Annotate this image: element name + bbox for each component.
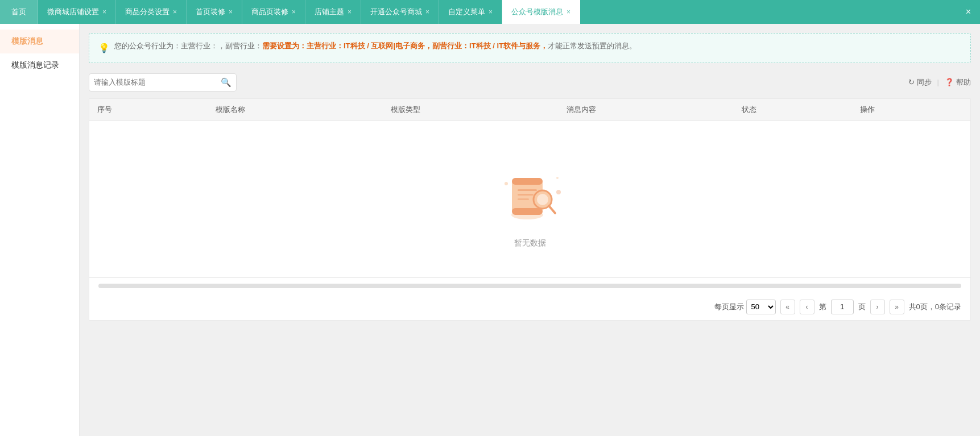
nav-tab-weshop[interactable]: 微商城店铺设置×	[38, 0, 116, 24]
nav-tab-label-template: 公众号模版消息	[511, 7, 563, 17]
nav-tab-close-theme[interactable]: ×	[348, 8, 352, 16]
nav-tab-close-template[interactable]: ×	[567, 8, 570, 16]
page-size-label: 每页显示	[714, 302, 744, 312]
search-input-wrap[interactable]: 🔍	[89, 73, 237, 92]
page-label: 第	[819, 302, 826, 312]
nav-tab-label-theme: 店铺主题	[315, 7, 344, 17]
nav-tab-menu[interactable]: 自定义菜单×	[439, 0, 502, 24]
nav-tab-homepage[interactable]: 首页装修×	[187, 0, 242, 24]
svg-rect-2	[512, 178, 543, 185]
nav-tab-label-menu: 自定义菜单	[448, 7, 485, 17]
notice-prefix: 您的公众号行业为：主营行业：，副营行业：	[114, 41, 262, 50]
nav-tab-theme[interactable]: 店铺主题×	[305, 0, 361, 24]
sync-icon: ↻	[908, 78, 915, 86]
sidebar-item-template-log[interactable]: 模版消息记录	[0, 53, 79, 77]
sync-button[interactable]: ↻ 同步	[908, 77, 932, 88]
main-layout: 模版消息模版消息记录 💡 您的公众号行业为：主营行业：，副营行业：需要设置为：主…	[0, 24, 980, 436]
svg-rect-4	[518, 189, 537, 191]
nav-tab-label-product: 商品页装修	[251, 7, 288, 17]
svg-point-10	[505, 182, 508, 185]
right-actions: ↻ 同步 | ❓ 帮助	[908, 77, 971, 88]
sidebar: 模版消息模版消息记录	[0, 24, 80, 436]
notice-text: 您的公众号行业为：主营行业：，副营行业：需要设置为：主营行业：IT科技 / 互联…	[114, 40, 636, 52]
template-table: 序号模版名称模版类型消息内容状态操作	[89, 99, 970, 277]
svg-line-9	[549, 206, 555, 213]
page-size-select: 每页显示 102050100	[714, 300, 776, 314]
empty-text: 暂无数据	[514, 238, 546, 248]
svg-rect-6	[518, 198, 529, 200]
nav-tab-label-category: 商品分类设置	[125, 7, 169, 17]
col-name: 模版名称	[208, 99, 383, 121]
table-header: 序号模版名称模版类型消息内容状态操作	[89, 99, 970, 121]
nav-tab-label-home: 首页	[11, 7, 26, 17]
help-icon: ❓	[945, 78, 954, 86]
main-content: 💡 您的公众号行业为：主营行业：，副营行业：需要设置为：主营行业：IT科技 / …	[80, 24, 980, 436]
search-button[interactable]: 🔍	[221, 77, 231, 88]
current-page-input[interactable]	[831, 300, 854, 314]
next-page-button[interactable]: ›	[870, 300, 885, 314]
col-content: 消息内容	[559, 99, 734, 121]
svg-rect-5	[518, 194, 534, 196]
top-nav: 首页微商城店铺设置×商品分类设置×首页装修×商品页装修×店铺主题×开通公众号商城…	[0, 0, 980, 24]
nav-tab-label-mall: 开通公众号商城	[370, 7, 422, 17]
nav-tab-mall[interactable]: 开通公众号商城×	[361, 0, 439, 24]
empty-icon	[496, 161, 564, 229]
svg-point-8	[537, 194, 548, 205]
nav-tab-product[interactable]: 商品页装修×	[242, 0, 305, 24]
empty-state: 暂无数据	[97, 127, 962, 271]
notice-suffix: 才能正常发送预置的消息。	[548, 41, 636, 50]
notice-highlight: 需要设置为：主营行业：IT科技 / 互联网|电子商务，副营行业：IT科技 / I…	[262, 41, 548, 50]
page-unit: 页	[858, 302, 866, 312]
sync-label: 同步	[917, 77, 932, 88]
prev-page-button[interactable]: ‹	[800, 300, 814, 314]
nav-tab-template[interactable]: 公众号模版消息×	[502, 0, 580, 24]
col-status: 状态	[734, 99, 852, 121]
nav-tab-close-menu[interactable]: ×	[489, 8, 493, 16]
page-total: 共0页，0条记录	[909, 302, 961, 312]
search-input[interactable]	[94, 78, 221, 86]
nav-tab-close-category[interactable]: ×	[173, 8, 177, 16]
svg-point-12	[556, 190, 561, 194]
table-wrap: 序号模版名称模版类型消息内容状态操作	[89, 98, 971, 321]
nav-tab-close-product[interactable]: ×	[292, 8, 296, 16]
svg-rect-3	[512, 208, 543, 215]
nav-tab-label-weshop: 微商城店铺设置	[47, 7, 99, 17]
sidebar-item-template-msg[interactable]: 模版消息	[0, 30, 79, 53]
notice-icon: 💡	[98, 41, 110, 56]
notice-box: 💡 您的公众号行业为：主营行业：，副营行业：需要设置为：主营行业：IT科技 / …	[89, 33, 971, 63]
col-index: 序号	[89, 99, 208, 121]
pagination-row: 每页显示 102050100 « ‹ 第 页 › » 共0页，0条记录	[89, 294, 970, 320]
nav-tab-close-homepage[interactable]: ×	[229, 8, 233, 16]
global-close-button[interactable]: ×	[957, 7, 980, 17]
page-size-dropdown[interactable]: 102050100	[746, 300, 776, 314]
search-row: 🔍 ↻ 同步 | ❓ 帮助	[89, 73, 971, 92]
last-page-button[interactable]: »	[890, 300, 904, 314]
first-page-button[interactable]: «	[780, 300, 795, 314]
nav-tab-close-mall[interactable]: ×	[425, 8, 429, 16]
table-body: 暂无数据	[89, 121, 970, 277]
nav-tab-home[interactable]: 首页	[0, 0, 38, 24]
help-button[interactable]: ❓ 帮助	[945, 77, 971, 88]
col-type: 模版类型	[383, 99, 558, 121]
help-label: 帮助	[956, 77, 971, 88]
nav-tab-label-homepage: 首页装修	[196, 7, 225, 17]
actions-divider: |	[937, 78, 939, 86]
col-action: 操作	[852, 99, 970, 121]
fake-scrollbar[interactable]	[98, 284, 961, 288]
scrollbar-row	[89, 277, 970, 294]
nav-tab-category[interactable]: 商品分类设置×	[116, 0, 187, 24]
nav-tab-close-weshop[interactable]: ×	[102, 8, 106, 16]
svg-point-11	[556, 177, 559, 179]
